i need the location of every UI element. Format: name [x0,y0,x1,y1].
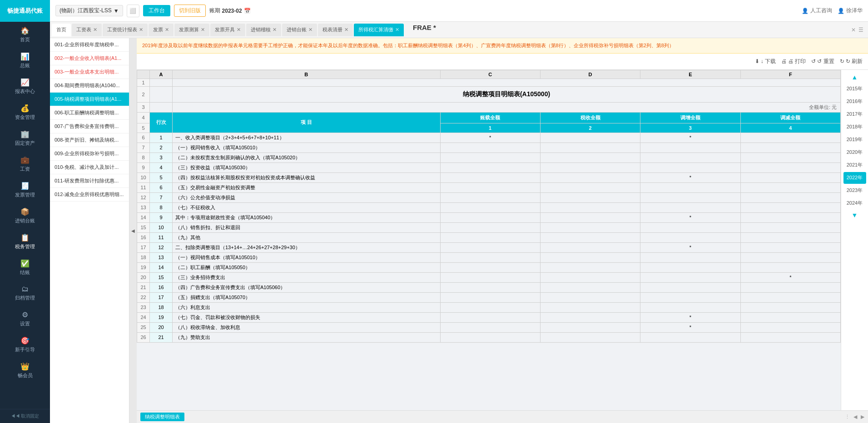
e-11[interactable] [640,182,740,192]
old-version-button[interactable]: 切到旧版 [174,5,206,17]
item-15[interactable]: （八）销售折扣、折让和退回 [173,222,441,232]
item-17[interactable]: 二、扣除类调整项目（13+14+…24+26+27+28+29+30） [173,242,441,252]
cell-2-A[interactable] [150,86,173,102]
f-26[interactable] [740,332,840,342]
item-16[interactable]: （九）其他 [173,232,441,242]
item-14[interactable]: 其中：专项用途财政性资金（填写A105040） [173,212,441,222]
f-6[interactable] [740,133,840,143]
menu-icon[interactable]: ☰ [858,27,863,33]
sidebar-item-新手引导[interactable]: 🎯新手引导 [0,332,50,358]
e-13[interactable] [640,202,740,212]
d-25[interactable] [540,322,640,332]
f-11[interactable] [740,182,840,192]
d-22[interactable] [540,292,640,302]
year-item-2020年[interactable]: 2020年 [843,147,866,158]
tab-close-icon[interactable]: ✕ [395,27,399,33]
c-25[interactable] [440,322,540,332]
d-20[interactable] [540,272,640,282]
d-14[interactable] [540,212,640,222]
item-13[interactable]: （七）不征税收入 [173,202,441,212]
year-item-2015年[interactable]: 2015年 [843,83,866,95]
c-17[interactable] [440,242,540,252]
d-16[interactable] [540,232,640,242]
d-24[interactable] [540,312,640,322]
f-21[interactable] [740,282,840,292]
item-25[interactable]: （八）税收滞纳金、加收利息 [173,322,441,332]
item-7[interactable]: （一）视同销售收入（填写A105010） [173,143,441,152]
d-26[interactable] [540,332,640,342]
year-item-2018年[interactable]: 2018年 [843,121,866,133]
d-21[interactable] [540,282,640,292]
tab-首页[interactable]: 首页 [52,24,71,36]
c-19[interactable] [440,262,540,272]
item-24[interactable]: （七）罚金、罚款和被没收财物的损失 [173,312,441,322]
item-11[interactable]: （五）交易性金融资产初始投资调整 [173,182,441,192]
c-20[interactable] [440,272,540,282]
d-8[interactable] [540,152,640,162]
d-6[interactable] [540,133,640,143]
e-25[interactable]: * [640,322,740,332]
c-18[interactable] [440,252,540,262]
e-8[interactable] [640,152,740,162]
sidebar-item-固定资产[interactable]: 🏢固定资产 [0,125,50,151]
c-10[interactable] [440,172,540,182]
e-9[interactable] [640,162,740,172]
item-20[interactable]: （三）业务招待费支出 [173,272,441,282]
d-17[interactable] [540,242,640,252]
tab-进销稽核[interactable]: 进销稽核✕ [246,24,281,36]
f-24[interactable] [740,312,840,322]
f-22[interactable] [740,292,840,302]
year-item-2017年[interactable]: 2017年 [843,108,866,120]
c-13[interactable] [440,202,540,212]
tab-close-icon[interactable]: ✕ [139,27,143,33]
year-down-button[interactable]: ▼ [850,210,860,221]
c-12[interactable] [440,192,540,202]
c-16[interactable] [440,232,540,242]
e-18[interactable] [640,252,740,262]
f-19[interactable] [740,262,840,272]
d-19[interactable] [540,262,640,272]
f-12[interactable] [740,192,840,202]
calendar-icon[interactable]: 📅 [244,8,251,14]
year-item-2016年[interactable]: 2016年 [843,96,866,108]
copy-icon-btn[interactable]: ⬜ [127,5,139,17]
f-17[interactable] [740,242,840,252]
download-button[interactable]: ⬇↓ 下载 [755,58,776,65]
sidebar-item-首页[interactable]: 🏠首页 [0,22,50,48]
e-7[interactable] [640,143,740,152]
f-7[interactable] [740,143,840,152]
e-14[interactable]: * [640,212,740,222]
c-24[interactable] [440,312,540,322]
tab-close-icon[interactable]: ✕ [308,27,312,33]
print-button[interactable]: 🖨🖨 打印 [781,58,806,65]
e-23[interactable] [640,302,740,312]
item-23[interactable]: （六）利息支出 [173,302,441,312]
tab-发票测算[interactable]: 发票测算✕ [174,24,209,36]
tab-发票[interactable]: 发票✕ [149,24,174,36]
left-panel-item-003[interactable]: 003-一般企业成本支出明细... [50,65,129,79]
left-panel-item-007[interactable]: 007-广告费和业务宣传费明... [50,120,129,133]
c-21[interactable] [440,282,540,292]
refresh-button[interactable]: ↻↻ 刷新 [840,58,863,65]
e-17[interactable]: * [640,242,740,252]
item-10[interactable]: （四）按权益法核算长期股权投资对初始投资成本调整确认收益 [173,172,441,182]
spreadsheet-container[interactable]: A B C D E F1 2 纳税调整项目明细表(A105000)3 全额单位:… [137,70,841,411]
unfix-button[interactable]: ◀◀ 取消固定 [0,409,50,423]
f-10[interactable] [740,172,840,182]
c-9[interactable] [440,162,540,172]
sidebar-item-进销台账[interactable]: 📦进销台账 [0,203,50,229]
c-8[interactable] [440,152,540,162]
f-23[interactable] [740,302,840,312]
e-26[interactable] [640,332,740,342]
user-menu[interactable]: 👤 徐泽华 [838,7,863,15]
tab-close-icon[interactable]: ✕ [273,27,277,33]
d-9[interactable] [540,162,640,172]
d-10[interactable] [540,172,640,182]
reset-button[interactable]: ↺↺ 重置 [811,58,834,65]
year-item-2021年[interactable]: 2021年 [843,159,866,171]
f-9[interactable] [740,162,840,172]
left-panel-item-008[interactable]: 008-资产折旧、摊销及纳税... [50,133,129,147]
sidebar-item-发票管理[interactable]: 🧾发票管理 [0,177,50,203]
left-panel-item-011[interactable]: 011-研发费用加计扣除优惠... [50,174,129,188]
left-panel-item-001[interactable]: 001-企业所得税年度纳税申... [50,38,129,52]
